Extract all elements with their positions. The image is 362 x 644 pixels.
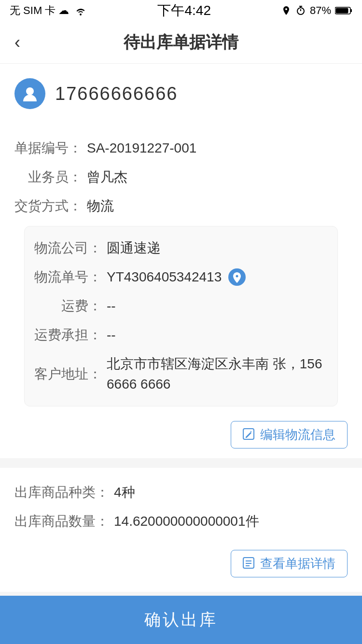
freight-row: 运费： -- xyxy=(34,296,328,316)
list-icon xyxy=(243,557,256,571)
outstock-quantity-label: 出库商品数量： xyxy=(14,511,109,532)
logistics-tracking-label: 物流单号： xyxy=(34,267,102,287)
base-info-section: 单据编号： SA-20191227-001 业务员： 曾凡杰 交货方式： 物流 … xyxy=(0,124,362,416)
delivery-label: 交货方式： xyxy=(14,196,82,216)
order-no-row: 单据编号： SA-20191227-001 xyxy=(14,138,348,158)
freight-bear-row: 运费承担： -- xyxy=(34,325,328,345)
edit-logistics-button[interactable]: 编辑物流信息 xyxy=(231,421,348,448)
confirm-bar[interactable]: 确认出库 xyxy=(0,596,362,644)
sim-label: 无 SIM 卡 ☁ xyxy=(10,3,69,18)
battery-icon xyxy=(335,6,352,15)
freight-label: 运费： xyxy=(34,296,102,316)
salesman-label: 业务员： xyxy=(14,167,82,187)
logistics-company-label: 物流公司： xyxy=(34,238,102,258)
location-pin-icon[interactable] xyxy=(228,268,246,286)
freight-value: -- xyxy=(107,296,328,316)
avatar xyxy=(14,78,45,109)
delivery-row: 交货方式： 物流 xyxy=(14,196,348,216)
logistics-company-row: 物流公司： 圆通速递 xyxy=(34,238,328,258)
status-bar: 无 SIM 卡 ☁ 下午4:42 87% xyxy=(0,0,362,21)
freight-bear-label: 运费承担： xyxy=(34,325,102,345)
logistics-tracking-row: 物流单号： YT4306405342413 xyxy=(34,267,328,287)
address-row: 客户地址： 北京市市辖区海淀区永丰南 张，156 6666 6666 xyxy=(34,354,328,394)
svg-rect-2 xyxy=(350,9,352,12)
freight-bear-value: -- xyxy=(107,325,328,345)
outstock-types-value: 4种 xyxy=(114,482,348,503)
location-status-icon xyxy=(281,5,292,16)
avatar-icon xyxy=(20,84,40,103)
outstock-quantity-value: 14.620000000000001件 xyxy=(114,511,348,532)
outstock-quantity-row: 出库商品数量： 14.620000000000001件 xyxy=(14,511,348,532)
status-right: 87% xyxy=(281,4,352,17)
svg-point-4 xyxy=(26,87,34,95)
user-phone: 17666666666 xyxy=(55,84,178,104)
order-no-label: 单据编号： xyxy=(14,138,82,158)
outstock-types-row: 出库商品种类： 4种 xyxy=(14,482,348,503)
page-title: 待出库单据详情 xyxy=(124,31,238,54)
order-no-value: SA-20191227-001 xyxy=(87,138,348,158)
svg-point-7 xyxy=(228,268,246,286)
view-btn-label: 查看单据详情 xyxy=(260,555,335,572)
delivery-value: 物流 xyxy=(87,196,348,216)
user-row: 17666666666 xyxy=(0,64,362,119)
status-time: 下午4:42 xyxy=(157,1,211,20)
nav-bar: ‹ 待出库单据详情 xyxy=(0,21,362,64)
status-left: 无 SIM 卡 ☁ xyxy=(10,3,87,18)
outstock-section: 出库商品种类： 4种 出库商品数量： 14.620000000000001件 xyxy=(0,468,362,545)
confirm-button-label: 确认出库 xyxy=(144,609,218,631)
section-gap-1 xyxy=(0,458,362,468)
salesman-value: 曾凡杰 xyxy=(87,167,348,187)
logistics-card: 物流公司： 圆通速递 物流单号： YT4306405342413 运费： -- … xyxy=(24,226,338,406)
edit-icon xyxy=(243,428,256,442)
view-detail-button[interactable]: 查看单据详情 xyxy=(231,550,348,577)
wifi-icon xyxy=(74,6,87,15)
view-btn-row: 查看单据详情 xyxy=(0,545,362,592)
address-value: 北京市市辖区海淀区永丰南 张，156 6666 6666 xyxy=(107,354,328,394)
battery-percent: 87% xyxy=(310,4,331,17)
alarm-icon xyxy=(295,5,306,16)
svg-rect-3 xyxy=(336,8,348,14)
edit-btn-label: 编辑物流信息 xyxy=(260,426,335,443)
logistics-tracking-value: YT4306405342413 xyxy=(107,267,328,287)
salesman-row: 业务员： 曾凡杰 xyxy=(14,167,348,187)
outstock-types-label: 出库商品种类： xyxy=(14,482,109,503)
logistics-company-value: 圆通速递 xyxy=(107,238,328,258)
address-label: 客户地址： xyxy=(34,364,102,384)
edit-btn-row: 编辑物流信息 xyxy=(0,416,362,458)
back-button[interactable]: ‹ xyxy=(14,32,20,53)
